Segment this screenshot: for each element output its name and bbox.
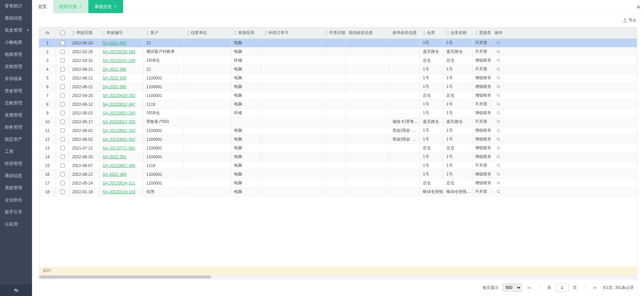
- row-checkbox[interactable]: [60, 146, 65, 150]
- row-checkbox-cell[interactable]: [56, 39, 69, 47]
- col-customer[interactable]: 客户: [144, 27, 184, 38]
- row-view-button[interactable]: [491, 39, 506, 47]
- table-row[interactable]: 52022-06-21SA-2022-3061100001电脑1号1号增值税专: [39, 74, 637, 83]
- table-row[interactable]: 172022-05-24SA-20220524-3111100001电脑总仓总仓…: [39, 179, 637, 188]
- row-checkbox-cell[interactable]: [56, 170, 69, 178]
- row-checkbox-cell[interactable]: [56, 109, 69, 117]
- doc-link[interactable]: SA-20220420-262: [103, 93, 135, 98]
- row-view-button[interactable]: [491, 83, 506, 91]
- row-checkbox[interactable]: [60, 137, 65, 141]
- row-checkbox[interactable]: [60, 41, 65, 45]
- row-checkbox[interactable]: [60, 50, 65, 54]
- sidebar-item-2[interactable]: 批发管理: [0, 24, 32, 36]
- row-view-button[interactable]: [491, 153, 506, 161]
- row-checkbox-cell[interactable]: [56, 83, 69, 91]
- table-row[interactable]: 22022-02-25SA-20220225-182测试客户对账单电脑嘉言路仓嘉…: [39, 47, 637, 56]
- doc-link[interactable]: SA-20210721-002: [103, 146, 135, 151]
- row-checkbox-cell[interactable]: [56, 47, 69, 56]
- tab-close-icon[interactable]: ✕: [114, 4, 117, 9]
- sidebar-item-13[interactable]: 经营管理: [0, 158, 32, 170]
- sidebar-item-15[interactable]: 系统管理: [0, 182, 32, 194]
- row-checkbox-cell[interactable]: [56, 91, 69, 100]
- doc-link[interactable]: SA-20220502-283: [103, 111, 135, 116]
- table-row[interactable]: 12022-06-24SA-2022-40022电脑1号1号不开票: [39, 39, 637, 47]
- sidebar-item-11[interactable]: 固定资产: [0, 133, 32, 145]
- prev-page-button[interactable]: ‹: [536, 284, 543, 291]
- table-row[interactable]: 72022-04-20SA-20220420-2621100001电脑总仓总仓增…: [39, 91, 637, 100]
- row-checkbox-cell[interactable]: [56, 118, 69, 126]
- row-checkbox-cell[interactable]: [56, 161, 69, 170]
- row-checkbox[interactable]: [60, 93, 65, 98]
- col-settle[interactable]: 结算单位: [184, 27, 231, 38]
- sidebar-item-4[interactable]: 电商管理: [0, 48, 32, 61]
- col-date[interactable]: 单据日期: [69, 27, 100, 38]
- sidebar-item-1[interactable]: 基础信息: [0, 12, 32, 24]
- tab-close-icon[interactable]: ✕: [79, 4, 82, 9]
- sidebar-item-9[interactable]: 发票管理: [0, 109, 32, 121]
- sidebar-item-16[interactable]: 企业协办: [0, 194, 32, 206]
- table-row[interactable]: 82022-06-12SA-20220612-3471119电脑1号1号不开票: [39, 100, 637, 109]
- table-row[interactable]: 62022-06-21SA-2022-3651100001电脑1号1号增值税专: [39, 83, 637, 91]
- row-checkbox-cell[interactable]: [56, 56, 69, 65]
- first-page-button[interactable]: ⏮: [526, 284, 532, 291]
- row-checkbox[interactable]: [60, 102, 65, 106]
- row-checkbox[interactable]: [60, 111, 65, 115]
- sidebar-item-5[interactable]: 采购管理: [0, 61, 32, 73]
- row-view-button[interactable]: [491, 91, 506, 100]
- table-row[interactable]: 142022-06-20SA-2022-3611100001电脑1号1号增值税专: [39, 153, 637, 161]
- col-checkbox-all[interactable]: [56, 27, 69, 38]
- row-checkbox[interactable]: [60, 85, 65, 89]
- tab-2[interactable]: 单据历史✕: [88, 0, 123, 13]
- row-checkbox[interactable]: [60, 128, 65, 133]
- row-view-button[interactable]: [491, 144, 506, 152]
- per-page-select[interactable]: 500: [503, 284, 522, 292]
- table-row[interactable]: 182022-01-18SA-20220118-133信用电脑移动仓管拣…移动仓…: [39, 188, 637, 196]
- row-checkbox[interactable]: [60, 181, 65, 185]
- row-view-button[interactable]: [491, 118, 506, 126]
- doc-link[interactable]: SA-2022-366: [103, 67, 126, 72]
- sidebar-settings-button[interactable]: [0, 285, 32, 296]
- row-checkbox[interactable]: [60, 67, 65, 71]
- sidebar-item-17[interactable]: 新手引导: [0, 206, 32, 218]
- doc-link[interactable]: SA-20220524-311: [103, 181, 135, 186]
- sidebar-item-6[interactable]: 库存核算: [0, 73, 32, 85]
- row-checkbox-cell[interactable]: [56, 100, 69, 108]
- row-checkbox-cell[interactable]: [56, 188, 69, 196]
- row-view-button[interactable]: [491, 188, 506, 196]
- col-whname[interactable]: 仓库名称: [444, 27, 472, 38]
- row-view-button[interactable]: [491, 65, 506, 73]
- col-cashinfo[interactable]: 现结收款信息: [346, 27, 390, 38]
- doc-link[interactable]: SA-20220331-236: [103, 58, 135, 63]
- tab-1[interactable]: 经营日报✕: [53, 0, 88, 13]
- close-all-tabs-button[interactable]: ✕: [636, 4, 641, 10]
- page-input[interactable]: [555, 284, 569, 292]
- table-row[interactable]: 162022-06-22SA-2022-3691100001电脑1号1号增值税专: [39, 170, 637, 179]
- horizontal-scrollbar[interactable]: [39, 275, 637, 279]
- sidebar-item-7[interactable]: 资金管理: [0, 85, 32, 97]
- sidebar-item-0[interactable]: 零售统计: [0, 0, 32, 12]
- row-checkbox-cell[interactable]: [56, 74, 69, 82]
- scrollbar-thumb[interactable]: [39, 275, 211, 278]
- row-view-button[interactable]: [491, 74, 506, 82]
- next-page-button[interactable]: ›: [581, 284, 588, 291]
- doc-link[interactable]: SA-2022-400: [103, 41, 126, 45]
- doc-link[interactable]: SA-20220118-133: [103, 190, 135, 194]
- table-row[interactable]: 92022-05-02SA-20220502-283191B仓旺铺1号1号增值税…: [39, 109, 637, 118]
- row-view-button[interactable]: [491, 109, 506, 117]
- table-row[interactable]: 32022-03-31SA-20220331-236191B仓旺铺总仓总仓增值税…: [39, 56, 637, 65]
- sidebar-item-3[interactable]: 小畅电商: [0, 36, 32, 48]
- doc-link[interactable]: SA-20220612-347: [103, 102, 135, 107]
- sidebar-item-10[interactable]: 税务管理: [0, 121, 32, 133]
- export-button[interactable]: 导出: [623, 18, 637, 23]
- checkbox-all[interactable]: [60, 31, 65, 35]
- doc-link[interactable]: SA-2022-306: [103, 76, 126, 80]
- row-view-button[interactable]: [491, 161, 506, 170]
- doc-link[interactable]: SA-20220602-342: [103, 137, 135, 142]
- last-page-button[interactable]: ⏭: [592, 284, 598, 291]
- sidebar-item-8[interactable]: 总账管理: [0, 97, 32, 109]
- row-view-button[interactable]: [491, 56, 506, 65]
- table-row[interactable]: 132021-07-21SA-20210721-0021100001电脑总仓总仓…: [39, 144, 637, 153]
- row-checkbox[interactable]: [60, 58, 65, 63]
- row-checkbox[interactable]: [60, 155, 65, 159]
- col-wh[interactable]: 仓库: [420, 27, 444, 38]
